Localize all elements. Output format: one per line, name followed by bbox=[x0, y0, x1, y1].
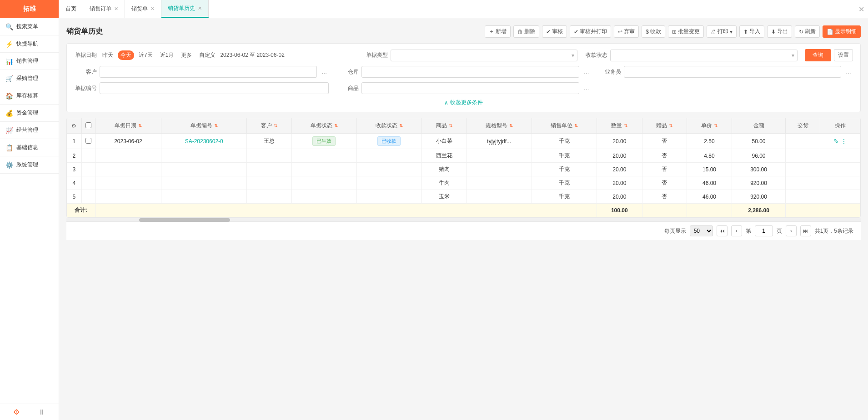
import-button[interactable]: ⬆ 导入 bbox=[739, 25, 764, 38]
collect-button[interactable]: $ 收款 bbox=[642, 25, 665, 38]
approve-print-button[interactable]: ✔ 审核并打印 bbox=[570, 25, 611, 38]
tab-sales-invoice[interactable]: 销货单 ✕ bbox=[125, 0, 161, 18]
window-close-btn[interactable]: ✕ bbox=[858, 0, 864, 18]
date-tab-yesterday[interactable]: 昨天 bbox=[100, 50, 116, 60]
sidebar-collapse-icon[interactable]: ⏸ bbox=[38, 408, 45, 416]
th-qty[interactable]: 数量 ⇅ bbox=[597, 118, 642, 134]
row-goods: 西兰花 bbox=[422, 149, 467, 163]
th-doc-no[interactable]: 单据编号 ⇅ bbox=[161, 118, 247, 134]
th-checkbox[interactable] bbox=[81, 118, 95, 134]
row-unit-price: 4.80 bbox=[687, 149, 732, 163]
query-button[interactable]: 查询 bbox=[805, 49, 831, 61]
goods-sort-icon[interactable]: ⇅ bbox=[449, 123, 452, 128]
qty-sort-icon[interactable]: ⇅ bbox=[624, 123, 627, 128]
sidebar-item-stock-calc[interactable]: 🏠 库存核算 bbox=[0, 87, 59, 105]
staff-ellipsis-icon[interactable]: … bbox=[844, 69, 853, 75]
goods-ellipsis-icon[interactable]: … bbox=[582, 85, 591, 91]
show-detail-button[interactable]: 📄 显示明细 bbox=[823, 25, 861, 38]
next-page-btn[interactable]: › bbox=[786, 225, 797, 236]
print-button[interactable]: 🖨 打印 ▾ bbox=[707, 25, 737, 38]
edit-action-icon[interactable]: ✎ bbox=[833, 138, 839, 145]
more-action-icon[interactable]: ⋮ bbox=[841, 138, 847, 145]
abandon-button[interactable]: ↩ 弃审 bbox=[614, 25, 639, 38]
horizontal-scrollbar[interactable] bbox=[66, 218, 861, 221]
collapse-arrow-icon: ∧ bbox=[444, 100, 448, 106]
sidebar-item-purchase-mgmt[interactable]: 🛒 采购管理 bbox=[0, 70, 59, 87]
th-settings[interactable]: ⚙ bbox=[67, 118, 81, 134]
th-payment-status-label: 收款状态 bbox=[376, 122, 397, 130]
th-gift[interactable]: 赠品 ⇅ bbox=[642, 118, 687, 134]
date-tab-1month[interactable]: 近1月 bbox=[157, 50, 177, 60]
th-unit-price[interactable]: 单价 ⇅ bbox=[687, 118, 732, 134]
th-spec[interactable]: 规格型号 ⇅ bbox=[467, 118, 532, 134]
warehouse-label: 仓库 bbox=[336, 68, 359, 76]
tab-sales-order[interactable]: 销售订单 ✕ bbox=[83, 0, 125, 18]
row-unit: 千克 bbox=[532, 134, 597, 149]
payment-status-select[interactable]: ▾ bbox=[610, 50, 798, 61]
tab-sales-invoice-close[interactable]: ✕ bbox=[151, 6, 155, 12]
staff-input[interactable] bbox=[624, 66, 841, 78]
sidebar-item-search-menu[interactable]: 🔍 搜索菜单 bbox=[0, 18, 59, 35]
spec-sort-icon[interactable]: ⇅ bbox=[509, 123, 513, 128]
customer-ellipsis-icon[interactable]: … bbox=[320, 69, 329, 75]
customer-sort-icon[interactable]: ⇅ bbox=[274, 123, 277, 128]
doc-date-sort-icon[interactable]: ⇅ bbox=[138, 123, 142, 128]
unit-sort-icon[interactable]: ⇅ bbox=[574, 123, 578, 128]
row-payment-status bbox=[356, 190, 421, 204]
th-goods[interactable]: 商品 ⇅ bbox=[422, 118, 467, 134]
refresh-button[interactable]: ↻ 刷新 bbox=[795, 25, 820, 38]
date-tab-today[interactable]: 今天 bbox=[118, 50, 134, 60]
date-tab-more[interactable]: 更多 bbox=[178, 50, 195, 60]
th-payment-status[interactable]: 收款状态 ⇅ bbox=[356, 118, 421, 134]
export-button[interactable]: ⬇ 导出 bbox=[767, 25, 792, 38]
th-doc-date[interactable]: 单据日期 ⇅ bbox=[95, 118, 161, 134]
payment-status-sort-icon[interactable]: ⇅ bbox=[399, 123, 403, 128]
th-doc-status[interactable]: 单据状态 ⇅ bbox=[291, 118, 356, 134]
warehouse-ellipsis-icon[interactable]: … bbox=[582, 69, 591, 75]
row-customer bbox=[247, 163, 292, 176]
new-button[interactable]: ＋ 新增 bbox=[485, 25, 511, 38]
doc-no-sort-icon[interactable]: ⇅ bbox=[214, 123, 218, 128]
sidebar-item-funds-mgmt[interactable]: 💰 资金管理 bbox=[0, 105, 59, 122]
th-doc-date-label: 单据日期 bbox=[115, 122, 136, 130]
query-label: 查询 bbox=[813, 51, 823, 59]
scrollbar-thumb[interactable] bbox=[139, 218, 230, 222]
sidebar-item-quick-nav[interactable]: ⚡ 快捷导航 bbox=[0, 35, 59, 53]
sidebar-item-sys-mgmt[interactable]: ⚙️ 系统管理 bbox=[0, 156, 59, 174]
date-tab-custom[interactable]: 自定义 bbox=[196, 50, 218, 60]
lightning-icon: ⚡ bbox=[5, 40, 13, 48]
collapse-button[interactable]: ∧ 收起更多条件 bbox=[74, 99, 853, 106]
prev-page-btn[interactable]: ‹ bbox=[731, 225, 742, 236]
doctype-select[interactable]: ▾ bbox=[391, 50, 578, 61]
sidebar-item-basic-info[interactable]: 📋 基础信息 bbox=[0, 139, 59, 156]
select-all-checkbox[interactable] bbox=[85, 122, 91, 128]
goods-input[interactable] bbox=[361, 82, 579, 94]
doc-status-sort-icon[interactable]: ⇅ bbox=[334, 123, 338, 128]
tab-home[interactable]: 首页 bbox=[59, 0, 83, 18]
unit-price-sort-icon[interactable]: ⇅ bbox=[714, 123, 717, 128]
batch-change-button[interactable]: ⊞ 批量变更 bbox=[668, 25, 704, 38]
date-tab-7days[interactable]: 近7天 bbox=[136, 50, 156, 60]
last-page-btn[interactable]: ⏭ bbox=[800, 225, 811, 236]
settings-label: 设置 bbox=[838, 51, 849, 59]
sidebar-item-label: 系统管理 bbox=[16, 161, 38, 169]
first-page-btn[interactable]: ⏮ bbox=[717, 225, 728, 236]
summary-amount: 2,286.00 bbox=[732, 204, 785, 217]
tab-sales-history-close[interactable]: ✕ bbox=[198, 5, 202, 11]
gift-sort-icon[interactable]: ⇅ bbox=[669, 123, 672, 128]
approve-button[interactable]: ✔ 审核 bbox=[542, 25, 567, 38]
tab-sales-order-close[interactable]: ✕ bbox=[114, 6, 118, 12]
th-customer[interactable]: 客户 ⇅ bbox=[247, 118, 292, 134]
sidebar-settings-icon[interactable]: ⚙ bbox=[13, 408, 20, 416]
tab-sales-history[interactable]: 销货单历史 ✕ bbox=[161, 0, 209, 18]
sidebar-item-sales-mgmt[interactable]: 📊 销售管理 bbox=[0, 53, 59, 70]
docno-input[interactable] bbox=[100, 82, 329, 94]
per-page-select[interactable]: 50 100 200 bbox=[690, 225, 713, 236]
sidebar-item-ops-mgmt[interactable]: 📈 经营管理 bbox=[0, 122, 59, 139]
th-unit[interactable]: 销售单位 ⇅ bbox=[532, 118, 597, 134]
warehouse-input[interactable] bbox=[361, 66, 579, 78]
settings-button[interactable]: 设置 bbox=[834, 49, 853, 61]
customer-input[interactable] bbox=[100, 66, 317, 78]
delete-button[interactable]: 🗑 删除 bbox=[513, 25, 539, 38]
page-number-input[interactable] bbox=[755, 225, 773, 236]
